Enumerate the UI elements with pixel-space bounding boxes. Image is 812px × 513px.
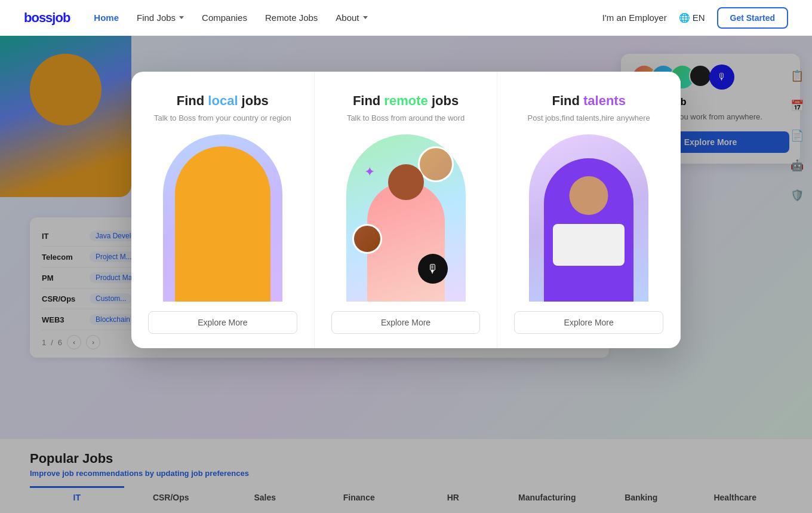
central-head [388,164,424,200]
nav-companies[interactable]: Companies [202,13,247,23]
nav-find-jobs[interactable]: Find Jobs [137,13,184,23]
floating-person-top [418,146,454,182]
find-talents-subtitle: Post jobs,find talents,hire anywhere [514,113,663,122]
person1-body [175,146,270,302]
local-person-image [163,134,282,302]
local-explore-button[interactable]: Explore More [148,311,297,334]
modal-overlay[interactable]: Find local jobs Talk to Boss from your c… [0,36,812,513]
nav-about[interactable]: About [336,13,367,23]
local-highlight: local [208,93,238,108]
find-local-subtitle: Talk to Boss from your country or region [148,113,297,122]
navbar: bossjob Home Find Jobs Companies Remote … [0,0,812,36]
find-local-panel: Find local jobs Talk to Boss from your c… [131,72,315,348]
floating-person-left [352,224,382,254]
main-area: IT Java Developer Telecom Project M... P… [0,36,812,513]
find-remote-title: Find remote jobs [331,93,481,109]
find-jobs-dropdown-icon [179,16,184,19]
logo[interactable]: bossjob [24,10,70,26]
nav-links: Home Find Jobs Companies Remote Jobs Abo… [94,13,602,23]
find-jobs-modal: Find local jobs Talk to Boss from your c… [131,72,681,348]
mic-float-icon: 🎙 [418,254,448,284]
nav-remote-jobs[interactable]: Remote Jobs [265,13,318,23]
about-dropdown-icon [363,16,368,19]
find-local-title: Find local jobs [148,93,297,109]
get-started-button[interactable]: Get Started [717,7,788,29]
p3-head [570,176,608,215]
talents-highlight: talents [583,93,626,108]
remote-highlight: remote [384,93,427,108]
language-selector[interactable]: 🌐 EN [679,13,705,23]
p3-laptop [553,224,625,266]
globe-icon: 🌐 [679,13,690,23]
find-talents-title: Find talents [514,93,663,109]
remote-person-image: ✦ 🎙 [346,134,466,302]
nav-right: I'm an Employer 🌐 EN Get Started [602,7,788,29]
find-remote-panel: Find remote jobs Talk to Boss from aroun… [315,72,498,348]
p3-body [544,158,633,302]
nav-home[interactable]: Home [94,13,119,23]
find-remote-subtitle: Talk to Boss from around the word [331,113,481,122]
talents-explore-button[interactable]: Explore More [514,311,663,334]
find-talents-panel: Find talents Post jobs,find talents,hire… [497,72,681,348]
remote-explore-button[interactable]: Explore More [331,311,481,334]
talents-person-image [529,134,648,302]
star-decoration: ✦ [364,164,375,180]
employer-link[interactable]: I'm an Employer [602,13,667,23]
